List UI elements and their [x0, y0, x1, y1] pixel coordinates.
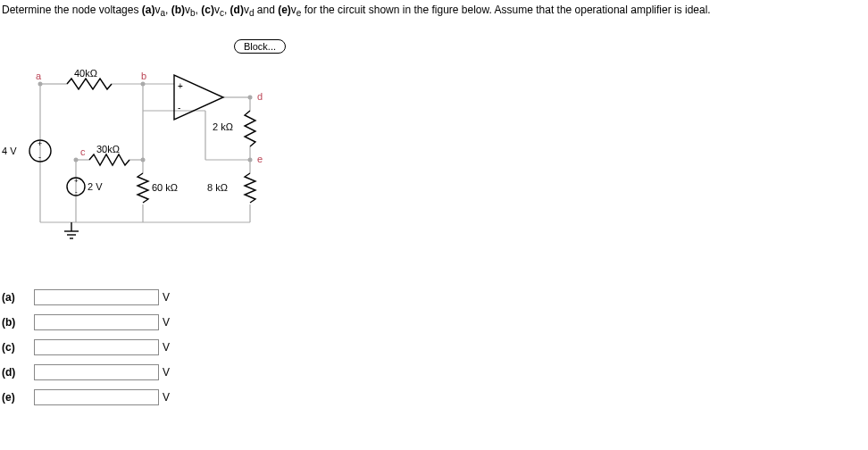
- answer-label-b: (b): [2, 316, 15, 329]
- svg-point-31: [248, 96, 253, 100]
- answer-input-a[interactable]: [34, 289, 159, 305]
- node-e-label: e: [257, 154, 263, 164]
- r2k-label: 2 kΩ: [213, 121, 233, 132]
- answer-row-d: (d) V: [2, 364, 868, 380]
- svg-text:-: -: [38, 153, 41, 162]
- prompt-pre: Determine the node voltages: [2, 4, 142, 16]
- svg-text:-: -: [75, 188, 78, 196]
- opamp-plus: +: [178, 81, 183, 91]
- prompt-pa: (a): [142, 4, 155, 16]
- svg-point-28: [38, 82, 43, 87]
- r60k-label: 60 kΩ: [152, 182, 178, 193]
- answer-unit-b: V: [163, 316, 170, 329]
- answer-label-a: (a): [2, 291, 15, 304]
- answer-row-b: (b) V: [2, 314, 868, 330]
- opamp-minus: -: [178, 103, 180, 112]
- circuit-diagram: Block...: [0, 39, 313, 254]
- circuit-svg: a b c d e 40kΩ 30kΩ 2 kΩ 60 kΩ 8 kΩ 4 V …: [0, 57, 295, 254]
- svg-point-32: [248, 158, 253, 162]
- prompt-pe: (e): [278, 4, 291, 16]
- svg-point-33: [74, 158, 79, 162]
- r40k-label: 40kΩ: [74, 68, 97, 79]
- se: e: [296, 8, 302, 18]
- answer-input-c[interactable]: [34, 339, 159, 355]
- answer-label-e: (e): [2, 391, 15, 404]
- answer-label-c: (c): [2, 341, 15, 354]
- answer-row-c: (c) V: [2, 339, 868, 355]
- vs4-label: 4 V: [2, 146, 17, 156]
- node-b-label: b: [141, 71, 146, 81]
- node-a-label: a: [36, 71, 42, 81]
- question-prompt: Determine the node voltages (a)va, (b)vb…: [0, 0, 868, 21]
- svg-point-29: [141, 82, 146, 87]
- answer-unit-c: V: [163, 341, 170, 354]
- answer-label-d: (d): [2, 366, 15, 379]
- node-d-label: d: [257, 91, 263, 102]
- svg-point-30: [141, 158, 146, 162]
- node-c-label: c: [80, 146, 86, 157]
- answer-unit-a: V: [163, 291, 170, 304]
- prompt-post: for the circuit shown in the figure belo…: [305, 4, 711, 16]
- block-button[interactable]: Block...: [234, 39, 286, 54]
- svg-text:+: +: [74, 177, 79, 185]
- prompt-pd: (d): [230, 4, 244, 16]
- answer-input-b[interactable]: [34, 314, 159, 330]
- prompt-pc: (c): [201, 4, 214, 16]
- svg-text:+: +: [38, 139, 42, 148]
- answer-unit-e: V: [163, 391, 170, 404]
- answer-row-a: (a) V: [2, 289, 868, 305]
- prompt-pb: (b): [171, 4, 185, 16]
- answer-input-d[interactable]: [34, 364, 159, 380]
- answer-row-e: (e) V: [2, 389, 868, 405]
- answers-section: (a) V (b) V (c) V (d) V (e) V: [2, 289, 868, 405]
- vs2-label: 2 V: [88, 181, 103, 192]
- answer-unit-d: V: [163, 366, 170, 379]
- r30k-label: 30kΩ: [96, 144, 120, 154]
- r8k-label: 8 kΩ: [207, 182, 228, 193]
- answer-input-e[interactable]: [34, 389, 159, 405]
